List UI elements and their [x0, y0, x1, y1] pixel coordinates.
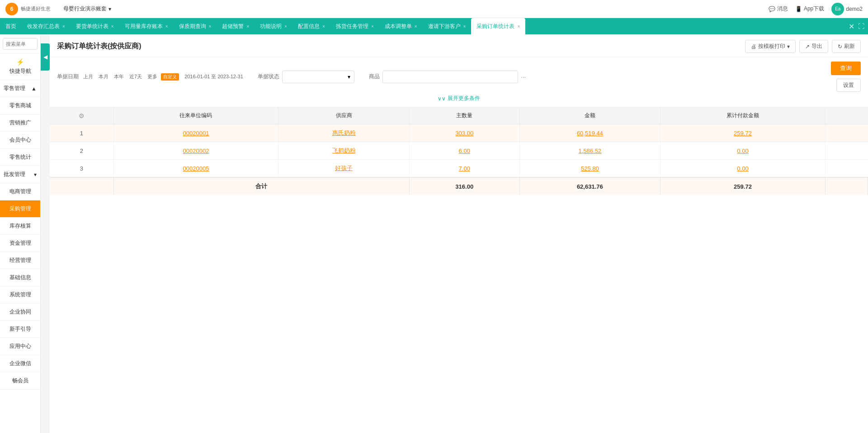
nav-close-all-btn[interactable]: ✕	[849, 22, 854, 31]
row-3-code-link[interactable]: 00020005	[183, 165, 209, 172]
tab-invite-downstream[interactable]: 邀请下游客户 ×	[423, 18, 472, 34]
sidebar-item-member-center[interactable]: 会员中心	[0, 132, 40, 148]
template-print-btn[interactable]: 🖨 按模板打印 ▾	[745, 40, 796, 53]
status-filter-group: 单据状态 ▾	[258, 71, 354, 83]
sidebar-item-retail-stats[interactable]: 零售统计	[0, 149, 40, 166]
app-download-btn[interactable]: 📱 App下载	[795, 5, 824, 13]
date-shortcut-this-year[interactable]: 本年	[112, 72, 126, 81]
refresh-btn[interactable]: ↻ 刷新	[832, 40, 861, 53]
sidebar-item-quick-nav[interactable]: ⚡ 快捷导航	[0, 54, 40, 80]
sidebar-item-member-vip[interactable]: 畅会员	[0, 372, 40, 389]
row-2-code-link[interactable]: 00020002	[183, 148, 209, 154]
row-1-paid-link[interactable]: 259.72	[734, 130, 752, 137]
close-tab-config-info[interactable]: ×	[322, 24, 325, 29]
tab-cost-adjust[interactable]: 成本调整单 ×	[379, 18, 423, 34]
close-tab-available-stock[interactable]: ×	[165, 24, 168, 29]
tab-overstock-warning[interactable]: 超储预警 ×	[217, 18, 255, 34]
column-settings-icon[interactable]: ⚙	[79, 112, 85, 119]
sidebar-item-retail-mall[interactable]: 零售商城	[0, 97, 40, 114]
tab-purchase-stats[interactable]: 采购订单统计表 ×	[471, 18, 525, 34]
sidebar-section-ecommerce: 电商管理	[0, 183, 40, 200]
tab-home[interactable]: 首页	[0, 18, 22, 34]
expand-icon: ∨∨	[438, 95, 446, 102]
message-btn[interactable]: 💬 消息	[769, 5, 788, 13]
row-2-qty-link[interactable]: 6.00	[459, 148, 470, 154]
tab-config-info[interactable]: 配置信息 ×	[292, 18, 330, 34]
row-3-supplier-link[interactable]: 好孩子	[335, 165, 353, 171]
filter-settings-btn[interactable]: 设置	[836, 79, 861, 92]
close-tab-picking-task[interactable]: ×	[371, 24, 374, 29]
workspace-selector[interactable]: 母婴行业演示账套 ▾	[63, 5, 111, 13]
tab-expiry-query[interactable]: 保质期查询 ×	[174, 18, 217, 34]
sidebar-item-system-mgmt[interactable]: 系统管理	[0, 286, 40, 303]
tab-order-stats[interactable]: 要货单统计表 ×	[71, 18, 119, 34]
row-1-supplier: 惠氏奶粉	[278, 124, 410, 142]
row-1-supplier-link[interactable]: 惠氏奶粉	[332, 129, 356, 136]
export-btn[interactable]: ↗ 导出	[799, 40, 828, 53]
tab-picking-task[interactable]: 拣货任务管理 ×	[330, 18, 379, 34]
table-row: 1 00020001 惠氏奶粉 303.00 60,519.44	[50, 124, 868, 142]
status-select[interactable]: ▾	[282, 71, 354, 83]
sidebar-item-new-guide[interactable]: 新手引导	[0, 321, 40, 338]
date-shortcut-more[interactable]: 更多	[146, 72, 159, 81]
date-shortcut-7days[interactable]: 近7天	[127, 72, 144, 81]
tab-collect-send[interactable]: 收发存汇总表 ×	[22, 18, 71, 34]
table-container: ⚙ 往来单位编码 供应商 主数量 金额 累计付款金额 1	[50, 107, 868, 433]
sidebar-item-basic-info[interactable]: 基础信息	[0, 269, 40, 286]
sidebar-item-retail-mgmt[interactable]: 零售管理 ▲	[0, 80, 40, 97]
date-shortcut-last-month[interactable]: 上月	[81, 72, 95, 81]
logo-text: 畅捷通好生意	[21, 5, 51, 12]
sidebar-item-capital-mgmt[interactable]: 资金管理	[0, 235, 40, 252]
nav-expand-btn[interactable]: ⛶	[858, 23, 864, 30]
tab-available-stock[interactable]: 可用量库存账本 ×	[119, 18, 174, 34]
more-options-btn[interactable]: ···	[521, 73, 526, 81]
row-1-empty	[825, 124, 868, 142]
row-3-qty-link[interactable]: 7.00	[459, 165, 470, 172]
row-1-amount-link[interactable]: 60,519.44	[577, 130, 603, 137]
row-1-amount: 60,519.44	[519, 124, 660, 142]
expand-more-btn[interactable]: ∨∨ 展开更多条件	[57, 95, 861, 102]
date-shortcut-this-month[interactable]: 本月	[97, 72, 110, 81]
sidebar-section-capital: 资金管理	[0, 235, 40, 252]
close-tab-invite-downstream[interactable]: ×	[463, 24, 466, 29]
row-1-qty-link[interactable]: 303.00	[455, 130, 473, 137]
close-tab-collect-send[interactable]: ×	[62, 24, 65, 29]
row-3-amount-link[interactable]: 525.80	[581, 165, 599, 172]
sidebar-item-marketing[interactable]: 营销推广	[0, 114, 40, 131]
close-tab-expiry-query[interactable]: ×	[209, 24, 212, 29]
sidebar-item-enterprise-collab[interactable]: 企业协同	[0, 304, 40, 320]
row-2-amount-link[interactable]: 1,586.52	[579, 148, 602, 154]
row-2-no: 2	[50, 142, 113, 160]
sidebar-collapse-btn[interactable]: ◀	[41, 43, 50, 71]
row-3-paid-link[interactable]: 0.00	[737, 165, 748, 172]
user-area[interactable]: Ea demo2	[831, 3, 863, 15]
nav-icon: ⚡	[16, 58, 24, 66]
sidebar-section-app-center: 应用中心	[0, 338, 40, 355]
row-2-supplier-link[interactable]: 飞鹤奶粉	[332, 147, 356, 154]
sidebar-item-purchase-mgmt[interactable]: 采购管理	[0, 200, 40, 217]
chevron-down-icon: ▾	[787, 43, 790, 50]
close-tab-cost-adjust[interactable]: ×	[415, 24, 417, 29]
sidebar-item-app-center[interactable]: 应用中心	[0, 338, 40, 355]
close-tab-function-desc[interactable]: ×	[284, 24, 287, 29]
filter-row-1: 单据日期 上月 本月 本年 近7天 更多 自定义 2016-01-01 至 20…	[57, 62, 861, 92]
row-3-amount: 525.80	[519, 160, 660, 178]
tab-function-desc[interactable]: 功能说明 ×	[255, 18, 292, 34]
sidebar-item-enterprise-wechat[interactable]: 企业微信	[0, 355, 40, 372]
close-tab-order-stats[interactable]: ×	[111, 24, 114, 29]
close-tab-overstock-warning[interactable]: ×	[246, 24, 249, 29]
sidebar-item-ecommerce-mgmt[interactable]: 电商管理	[0, 183, 40, 200]
page-actions: 🖨 按模板打印 ▾ ↗ 导出 ↻ 刷新	[745, 40, 861, 53]
close-tab-purchase-stats[interactable]: ×	[517, 24, 520, 29]
date-range-group: 2016-01-01 至 2023-12-31	[184, 73, 243, 80]
row-1-code-link[interactable]: 00020001	[183, 130, 209, 137]
row-2-paid-link[interactable]: 0.00	[737, 148, 748, 154]
goods-input[interactable]	[382, 71, 518, 83]
query-btn[interactable]: 查询	[831, 62, 861, 75]
row-2-code: 00020002	[113, 142, 278, 160]
search-input[interactable]	[3, 38, 38, 50]
sidebar-section-retail-mgmt: 零售管理 ▲	[0, 80, 40, 97]
sidebar-item-ops-mgmt[interactable]: 经营管理	[0, 252, 40, 269]
sidebar-item-wholesale-mgmt[interactable]: 批发管理 ▾	[0, 166, 40, 183]
sidebar-item-inventory-check[interactable]: 库存核算	[0, 218, 40, 234]
